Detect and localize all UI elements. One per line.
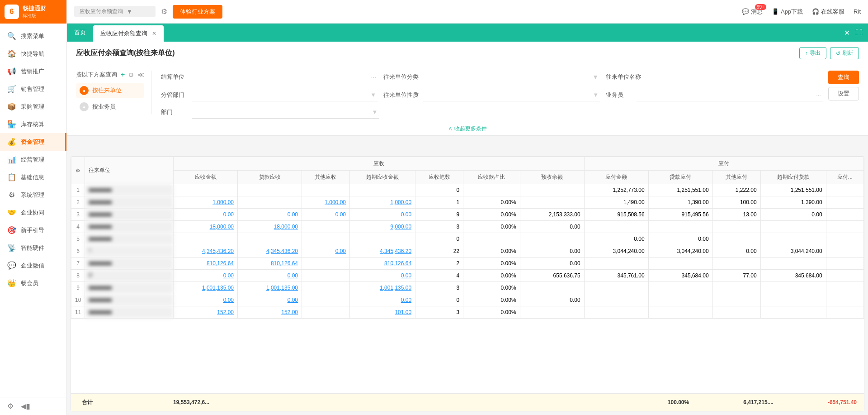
cell-link[interactable]: 0.00 (401, 211, 411, 218)
filter-nav-by-unit[interactable]: ● 按往来单位 (76, 83, 144, 98)
filter-salesperson-input[interactable]: ··· (637, 89, 823, 101)
tab-query[interactable]: 应收应付余额查询 ✕ (93, 25, 164, 42)
cell-link[interactable]: 810,126.64 (384, 260, 411, 267)
sidebar-item-hardware[interactable]: 📡 智能硬件 (0, 239, 66, 257)
filter-unit-name-input[interactable] (646, 71, 823, 83)
sidebar-item-finance[interactable]: 💰 资金管理 (0, 133, 66, 151)
sidebar-item-marketing[interactable]: 📢 营销推广 (0, 62, 66, 80)
cell-link[interactable]: 9,000.00 (390, 224, 411, 230)
sidebar-item-sales[interactable]: 🛒 销售管理 (0, 80, 66, 98)
table-cell[interactable]: 1,000.00 (349, 196, 415, 209)
tab-home[interactable]: 首页 (67, 24, 93, 42)
table-cell[interactable]: 810,126.64 (349, 258, 415, 270)
industry-btn[interactable]: 体验行业方案 (173, 5, 222, 19)
table-cell[interactable]: 101.00 (349, 306, 415, 319)
sidebar-item-basic[interactable]: 📋 基础信息 (0, 168, 66, 186)
sidebar-item-guide[interactable]: 🎯 新手引导 (0, 221, 66, 239)
sidebar-item-inventory[interactable]: 🏪 库存核算 (0, 115, 66, 133)
close-window-icon[interactable]: ✕ (844, 29, 850, 37)
cell-link[interactable]: 1,000.00 (325, 199, 346, 205)
table-cell[interactable]: 4,345,436.20 (238, 245, 302, 258)
cell-link[interactable]: 0.00 (223, 211, 234, 218)
filter-collapse-btn[interactable]: ≪ (137, 71, 144, 78)
table-cell[interactable]: 152.00 (238, 306, 302, 319)
table-cell[interactable]: 4,345,436.20 (174, 245, 238, 258)
table-cell[interactable]: 9,000.00 (349, 221, 415, 233)
filter-department-input[interactable]: ▼ (192, 106, 379, 119)
cell-link[interactable]: 4,345,436.20 (266, 248, 298, 254)
table-cell[interactable]: 1,001,135.00 (349, 282, 415, 294)
table-cell[interactable]: 0.00 (238, 270, 302, 282)
cell-link[interactable]: 810,126.64 (271, 260, 298, 267)
settings-btn[interactable]: 设置 (828, 87, 859, 100)
table-cell[interactable]: 1,000.00 (174, 196, 238, 209)
table-cell[interactable]: 810,126.64 (174, 258, 238, 270)
cell-link[interactable]: 0.00 (288, 211, 298, 218)
cell-link[interactable]: 0.00 (288, 272, 298, 279)
cell-link[interactable]: 0.00 (223, 272, 234, 279)
sidebar-item-purchase[interactable]: 📦 采购管理 (0, 98, 66, 115)
sidebar-item-operations[interactable]: 📊 经营管理 (0, 151, 66, 168)
settings-icon[interactable]: ⚙ (7, 402, 14, 410)
table-cell[interactable]: 0.00 (302, 209, 350, 221)
filter-nav-by-salesperson[interactable]: ● 按业务员 (76, 100, 144, 114)
table-cell[interactable]: 0.00 (174, 209, 238, 221)
table-cell[interactable]: 18,000.00 (238, 221, 302, 233)
table-cell[interactable]: 0.00 (238, 294, 302, 306)
table-cell[interactable]: 0.00 (349, 294, 415, 306)
cell-link[interactable]: 810,126.64 (207, 260, 234, 267)
collect-more-btn[interactable]: ∧ 收起更多条件 (67, 122, 868, 136)
messages-btn[interactable]: 💬 消息 99+ (742, 8, 763, 16)
cell-link[interactable]: 4,345,436.20 (202, 248, 234, 254)
cell-link[interactable]: 0.00 (335, 211, 346, 218)
table-cell[interactable]: 1,001,135.00 (238, 282, 302, 294)
cell-link[interactable]: 1,001,135.00 (202, 285, 234, 291)
cell-link[interactable]: 0.00 (288, 297, 298, 303)
app-download-btn[interactable]: 📱 App下载 (772, 8, 803, 16)
cell-link[interactable]: 0.00 (401, 297, 411, 303)
data-table-scroll[interactable]: ⚙ 往来单位 应收 应付 应收金额 贷款应收 其他应收 超期应收金额 应收笔数 … (71, 157, 864, 393)
table-cell[interactable]: 1,000.00 (302, 196, 350, 209)
table-cell[interactable]: 0.00 (349, 270, 415, 282)
refresh-btn[interactable]: ↺ 刷新 (830, 47, 859, 59)
settings-col-header[interactable]: ⚙ (71, 157, 85, 184)
table-cell[interactable]: 0.00 (302, 245, 350, 258)
table-cell[interactable]: 0.00 (349, 209, 415, 221)
cell-link[interactable]: 18,000.00 (210, 224, 234, 230)
cell-link[interactable]: 0.00 (223, 297, 234, 303)
cell-link[interactable]: 0.00 (401, 272, 411, 279)
filter-unit-nature-input[interactable]: ▼ (423, 89, 600, 101)
table-cell[interactable]: 152.00 (174, 306, 238, 319)
table-cell[interactable]: 0.00 (174, 294, 238, 306)
table-cell[interactable]: 0.00 (174, 270, 238, 282)
cell-link[interactable]: 1,001,135.00 (266, 285, 298, 291)
export-btn[interactable]: ↑ 导出 (799, 47, 826, 59)
filter-dept-input[interactable]: ▼ (192, 89, 378, 101)
tab-close-icon[interactable]: ✕ (152, 30, 156, 37)
cell-link[interactable]: 1,001,135.00 (380, 285, 411, 291)
sidebar-item-member[interactable]: 👑 畅会员 (0, 274, 66, 292)
table-cell[interactable]: 0.00 (238, 209, 302, 221)
sidebar-item-search[interactable]: 🔍 搜索菜单 (0, 27, 66, 45)
table-cell[interactable]: 1,001,135.00 (174, 282, 238, 294)
user-name[interactable]: Rit (854, 8, 861, 15)
sidebar-item-wechat[interactable]: 💬 企业微信 (0, 257, 66, 274)
fullscreen-icon[interactable]: ⛶ (855, 29, 863, 37)
sidebar-item-quicknav[interactable]: 🏠 快捷导航 (0, 45, 66, 62)
filter-add-btn[interactable]: + (121, 71, 125, 79)
filter-settings-btn[interactable]: ⊙ (128, 71, 134, 78)
cell-link[interactable]: 18,000.00 (274, 224, 298, 230)
cell-link[interactable]: 1,000.00 (212, 199, 234, 205)
sidebar-item-system[interactable]: ⚙ 系统管理 (0, 186, 66, 204)
table-cell[interactable]: 810,126.64 (238, 258, 302, 270)
cell-link[interactable]: 4,345,436.20 (380, 248, 411, 254)
table-cell[interactable]: 4,345,436.20 (349, 245, 415, 258)
filter-settlement-input[interactable]: ··· (192, 71, 378, 83)
collapse-icon[interactable]: ◀▮ (21, 402, 30, 410)
table-cell[interactable]: 18,000.00 (174, 221, 238, 233)
cell-link[interactable]: 152.00 (281, 309, 298, 315)
cell-link[interactable]: 101.00 (395, 309, 411, 315)
cell-link[interactable]: 1,000.00 (390, 199, 411, 205)
online-service-btn[interactable]: 🎧 在线客服 (812, 8, 844, 16)
cell-link[interactable]: 152.00 (217, 309, 234, 315)
